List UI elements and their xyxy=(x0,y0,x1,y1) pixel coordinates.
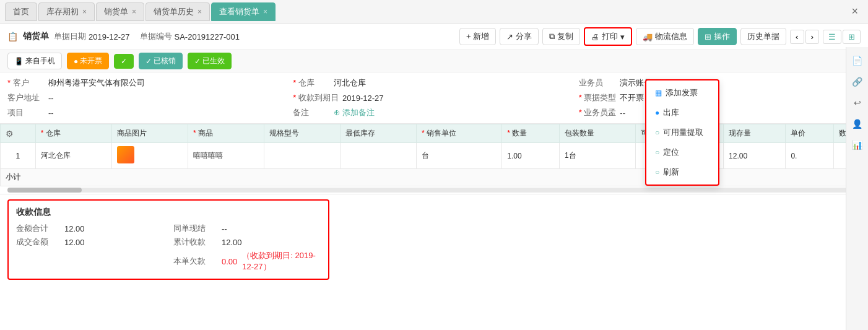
doc-date-label: 单据日期 xyxy=(54,31,86,42)
col-warehouse: 仓库 xyxy=(35,124,111,143)
row-warehouse: 河北仓库 xyxy=(35,143,111,169)
right-sidebar: 📄 🔗 ↩ 👤 📊 ⛶ xyxy=(846,47,868,330)
tab-inventory[interactable]: 库存期初 × xyxy=(38,2,95,21)
col-image: 商品图片 xyxy=(111,124,188,143)
operation-button[interactable]: ⊞ 操作 xyxy=(698,28,737,45)
cancel-button[interactable]: ✓ 已核销 xyxy=(139,53,183,69)
total-amount-value: 12.00 xyxy=(64,224,85,233)
settings-icon[interactable]: ⚙ xyxy=(6,129,14,139)
row-pkg-qty: 1台 xyxy=(560,143,636,169)
history-button[interactable]: 历史单据 xyxy=(740,28,786,45)
list-view-button[interactable]: ☰ xyxy=(823,30,841,44)
staff-row: 业务员 演示账号 xyxy=(579,77,861,89)
tab-home[interactable]: 首页 xyxy=(5,2,37,21)
locate-item[interactable]: ○ 定位 xyxy=(646,142,718,162)
doc-icon: 📋 xyxy=(7,32,18,41)
logistics-icon: 🚚 xyxy=(643,32,653,41)
doc-no-value: SA-20191227-001 xyxy=(175,32,240,41)
locate-icon: ○ xyxy=(655,148,659,157)
sidebar-chart-icon[interactable]: 📊 xyxy=(849,136,866,154)
cancel-icon: ✓ xyxy=(145,57,152,66)
col-product: 商品 xyxy=(188,124,264,143)
staff2-label: 业务员孟 xyxy=(579,107,617,118)
due-value: 0.00 xyxy=(222,257,237,266)
copy-icon: ⧉ xyxy=(549,32,555,41)
cumulative-value: 12.00 xyxy=(222,238,242,247)
address-value: -- xyxy=(48,93,54,103)
payment-date-label: 收款到期日 xyxy=(293,92,339,103)
tab-bar: 首页 库存期初 × 销货单 × 销货单历史 × 查看销货单 × × xyxy=(0,0,868,24)
effect-button[interactable]: ✓ 已生效 xyxy=(188,53,232,69)
customer-value: 柳州粤港平安气体有限公司 xyxy=(48,77,145,89)
logistics-button[interactable]: 🚚 物流信息 xyxy=(636,28,694,45)
tab-view-sales[interactable]: 查看销货单 × xyxy=(211,2,276,21)
sidebar-link-icon[interactable]: 🔗 xyxy=(849,73,866,90)
table-row: 1 河北仓库 嘻嘻嘻嘻 台 1.00 1台 12.00 0. xyxy=(1,143,868,169)
cumulative-row: 累计收款 12.00 xyxy=(173,237,321,248)
tab-close-view[interactable]: × xyxy=(263,7,267,16)
open-ticket-button[interactable]: ● 未开票 xyxy=(67,53,109,69)
ticket-type-value: 不开票 xyxy=(620,92,644,103)
dropdown-menu: ▦ 添加发票 ● 出库 ○ 可用量提取 ○ 定位 ○ 刷新 xyxy=(645,79,719,186)
add-invoice-item[interactable]: ▦ 添加发票 xyxy=(646,83,718,103)
tab-close-sales[interactable]: × xyxy=(132,7,136,16)
warehouse-row: 仓库 河北仓库 xyxy=(293,77,575,89)
due-label: 本单欠款 xyxy=(173,256,217,267)
new-button[interactable]: + 新增 xyxy=(459,28,496,45)
print-button[interactable]: 🖨 打印 ▾ xyxy=(584,27,632,46)
doc-header: 📋 销货单 单据日期 2019-12-27 单据编号 SA-20191227-0… xyxy=(0,24,868,50)
horizontal-scrollbar[interactable] xyxy=(7,188,861,193)
row-qty: 1.00 xyxy=(502,143,560,169)
copy-button[interactable]: ⧉ 复制 xyxy=(542,28,580,45)
sidebar-user-icon[interactable]: 👤 xyxy=(849,115,866,132)
check-icon: ✓ xyxy=(121,57,127,66)
print-dropdown-arrow[interactable]: ▾ xyxy=(620,32,625,41)
next-button[interactable]: › xyxy=(805,30,819,44)
refresh-item[interactable]: ○ 刷新 xyxy=(646,162,718,182)
row-price: 0. xyxy=(786,143,834,169)
note-label: 备注 xyxy=(293,107,330,118)
tab-close-history[interactable]: × xyxy=(197,7,202,16)
col-pkg-qty: 包装数量 xyxy=(560,124,636,143)
transaction-value: 12.00 xyxy=(64,238,85,247)
col-price: 单价 xyxy=(786,124,834,143)
same-settlement-row: 同单现结 -- xyxy=(173,223,321,234)
payment-date-row: 收款到期日 2019-12-27 xyxy=(293,92,575,103)
window-close-button[interactable]: × xyxy=(846,5,863,18)
available-qty-item[interactable]: ○ 可用量提取 xyxy=(646,123,718,142)
tab-sales-order[interactable]: 销货单 × xyxy=(96,2,144,21)
customer-row: 客户 柳州粤港平安气体有限公司 xyxy=(7,77,289,89)
mobile-button[interactable]: 📱 来自手机 xyxy=(7,53,62,69)
payment-grid: 金额合计 12.00 同单现结 -- 成交金额 12.00 累计收款 12.00… xyxy=(16,223,321,272)
doc-date-item: 单据日期 2019-12-27 xyxy=(54,31,130,42)
sidebar-return-icon[interactable]: ↩ xyxy=(849,94,866,111)
sidebar-doc-icon[interactable]: 📄 xyxy=(849,52,866,69)
outbound-item[interactable]: ● 出库 xyxy=(646,103,718,123)
add-note-btn[interactable]: ⊕ 添加备注 xyxy=(334,107,375,118)
payment-date-value: 2019-12-27 xyxy=(342,93,384,103)
check-button[interactable]: ✓ xyxy=(114,54,134,69)
doc-no-label: 单据编号 xyxy=(140,31,172,42)
warehouse-label: 仓库 xyxy=(293,77,330,89)
project-value: -- xyxy=(48,108,54,118)
row-product: 嘻嘻嘻嘻 xyxy=(188,143,264,169)
share-button[interactable]: ↗ 分享 xyxy=(500,28,539,45)
project-row: 项目 -- xyxy=(7,107,289,118)
warehouse-value: 河北仓库 xyxy=(334,77,366,89)
tab-sales-history[interactable]: 销货单历史 × xyxy=(145,2,210,21)
scrollbar-thumb[interactable] xyxy=(7,188,82,193)
print-icon: 🖨 xyxy=(591,32,599,41)
doc-title: 销货单 xyxy=(23,31,49,42)
staff2-value: -- xyxy=(620,108,625,118)
doc-date-value: 2019-12-27 xyxy=(89,32,130,41)
outbound-icon: ● xyxy=(655,108,659,117)
col-unit: 销售单位 xyxy=(417,124,502,143)
subtotal-row: 小计 xyxy=(1,169,868,186)
add-invoice-icon: ▦ xyxy=(655,89,662,97)
tab-close-inventory[interactable]: × xyxy=(82,7,87,16)
prev-button[interactable]: ‹ xyxy=(790,30,804,44)
content-area: 📋 销货单 单据日期 2019-12-27 单据编号 SA-20191227-0… xyxy=(0,24,868,330)
staff-label: 业务员 xyxy=(579,77,616,89)
grid-view-button[interactable]: ⊞ xyxy=(843,30,861,44)
address-label: 客户地址 xyxy=(7,92,45,103)
